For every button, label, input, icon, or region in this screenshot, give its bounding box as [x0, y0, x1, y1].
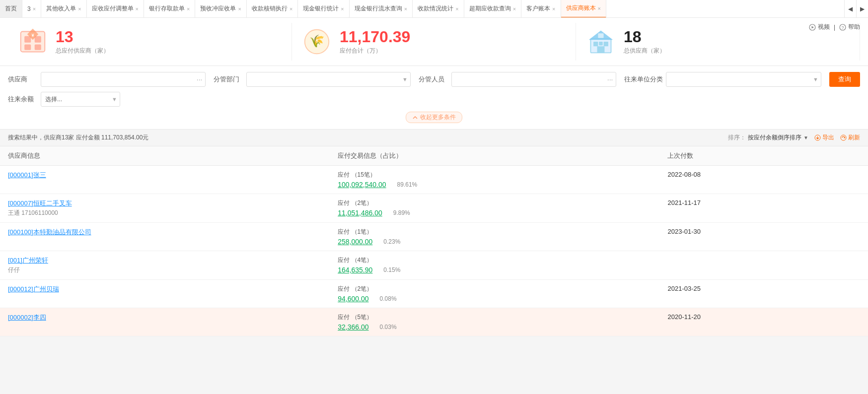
table-header-row: 供应商信息 应付交易信息（占比） 上次付数 [0, 146, 868, 166]
nav-prev-btn[interactable]: ◀ [844, 0, 856, 18]
table-row: [000002]李四应付 （5笔）32,366.000.03%2020-11-2… [0, 308, 868, 336]
tab-bank-deposit[interactable]: 银行存取款单 × [144, 0, 195, 18]
filter-category: 往来单位分类 ▼ [624, 72, 822, 87]
table-row: [000012]广州贝瑞应付 （2笔）94,600.000.08%2021-03… [0, 280, 868, 308]
collapse-bar: 收起更多条件 [8, 112, 860, 123]
supplier-link[interactable]: [000007]恒旺二手叉车 [8, 199, 72, 207]
svg-text:?: ? [841, 25, 844, 30]
tab-cash-bank-flow[interactable]: 现金银行流水查询 × [350, 0, 413, 18]
payable-amount-link[interactable]: 11,051,486.00 [338, 209, 382, 217]
card1-info: 13 总应付供应商（家） [56, 29, 109, 55]
tab-collection-stat-label: 收款情况统计 [418, 4, 453, 13]
nav-arrows: ◀ ▶ [844, 0, 868, 18]
tab-t3[interactable]: 3 × [22, 0, 41, 18]
tab-cash-bank-stat[interactable]: 现金银行统计 × [298, 0, 349, 18]
tab-collection-exec[interactable]: 收款核销执行 × [247, 0, 298, 18]
close-tab-advance-charge[interactable]: × [238, 6, 241, 12]
last-payment-date: 2021-03-25 [659, 280, 868, 308]
collapse-button[interactable]: 收起更多条件 [406, 112, 462, 123]
close-tab-cash-bank-flow[interactable]: × [404, 6, 407, 12]
tab-supplier-account[interactable]: 供应商账本 × [561, 0, 606, 18]
help-link[interactable]: ? 帮助 [839, 23, 860, 31]
supplier-link[interactable]: [000100]本特勤油品有限公司 [8, 228, 91, 236]
tab-customer-account[interactable]: 客户账本 × [521, 0, 561, 18]
supplier-link[interactable]: [000012]广州贝瑞 [8, 285, 59, 293]
close-tab-cash-bank-stat[interactable]: × [341, 6, 344, 12]
table-row: [001]广州荣轩仔仔应付 （4笔）164,635.900.15% [0, 251, 868, 280]
payable-amount-link[interactable]: 94,600.00 [338, 295, 368, 303]
table-row: [000007]恒旺二手叉车王通 17106110000应付 （2笔）11,05… [0, 194, 868, 223]
filter-balance-label: 往来余额 [8, 95, 38, 104]
filter-balance-wrap: 选择... ▼ [41, 92, 120, 107]
query-button[interactable]: 查询 [829, 72, 860, 87]
filter-category-wrap: ▼ [666, 72, 822, 87]
filter-category-select[interactable] [666, 72, 822, 87]
svg-rect-15 [598, 33, 603, 38]
close-tab-supplier-account[interactable]: × [598, 5, 601, 11]
tab-cash-bank-flow-label: 现金银行流水查询 [355, 4, 402, 13]
video-link[interactable]: 视频 [809, 23, 830, 31]
svg-marker-17 [811, 26, 814, 28]
close-tab-collection-stat[interactable]: × [455, 6, 458, 12]
sort-down-icon[interactable]: ▼ [803, 135, 808, 140]
close-tab-collection-exec[interactable]: × [289, 6, 292, 12]
tab-bank-deposit-label: 银行存取款单 [149, 4, 185, 13]
nav-next-btn[interactable]: ▶ [856, 0, 868, 18]
export-button[interactable]: 导出 [814, 133, 834, 142]
filter-dept-select[interactable] [246, 72, 411, 87]
refresh-button[interactable]: 刷新 [840, 133, 860, 142]
summary-card-payable-supplier: ¥ 13 总应付供应商（家） [8, 23, 292, 61]
card2-label: 应付合计（万） [340, 47, 410, 55]
close-tab-bank-deposit[interactable]: × [187, 6, 190, 12]
tab-other-income[interactable]: 其他收入单 × [41, 0, 86, 18]
result-bar: 搜索结果中，供应商13家 应付金额 111,703,854.00元 排序： 按应… [0, 130, 868, 146]
tab-collection-stat[interactable]: 收款情况统计 × [413, 0, 464, 18]
last-payment-date: 2022-08-08 [659, 166, 868, 194]
collapse-icon [412, 115, 418, 121]
close-tab-customer-account[interactable]: × [552, 6, 555, 12]
svg-rect-2 [35, 36, 41, 43]
filter-supplier-input[interactable] [41, 72, 206, 87]
payable-percentage: 9.89% [393, 209, 410, 216]
filter-row-2: 往来余额 选择... ▼ [8, 92, 860, 107]
filter-balance-select[interactable]: 选择... [41, 92, 120, 107]
filter-person-input[interactable] [451, 72, 616, 87]
last-payment-date [659, 251, 868, 280]
close-tab-other-income[interactable]: × [78, 6, 81, 12]
card2-number: 11,170.39 [340, 29, 410, 45]
sort-value[interactable]: 按应付余额倒序排序 [748, 133, 801, 142]
svg-rect-11 [599, 42, 602, 45]
person-dots-icon[interactable]: ··· [607, 75, 613, 83]
close-tab-overdue-query[interactable]: × [513, 6, 516, 12]
export-icon [814, 134, 821, 141]
filter-dept-wrap: ▼ [246, 72, 411, 87]
svg-rect-3 [24, 45, 31, 50]
tab-advance-charge[interactable]: 预收冲应收单 × [195, 0, 246, 18]
tab-home[interactable]: 首页 [0, 0, 22, 18]
payable-amount-link[interactable]: 258,000.00 [338, 238, 372, 246]
payable-percentage: 0.23% [383, 238, 400, 245]
card3-info: 18 总供应商（家） [624, 29, 665, 55]
filter-area: 供应商 ··· 分管部门 ▼ 分管人员 ··· [0, 66, 868, 130]
header-last-payment: 上次付数 [659, 146, 868, 166]
filter-supplier-wrap: ··· [41, 72, 206, 87]
filter-row-1: 供应商 ··· 分管部门 ▼ 分管人员 ··· [8, 72, 860, 87]
collapse-label: 收起更多条件 [420, 113, 456, 122]
filter-dept-label: 分管部门 [214, 75, 243, 84]
payable-amount-link[interactable]: 100,092,540.00 [338, 181, 386, 189]
filter-category-label: 往来单位分类 [624, 75, 663, 84]
supplier-link[interactable]: [000002]李四 [8, 314, 46, 321]
tab-overdue-query[interactable]: 超期应收款查询 × [464, 0, 521, 18]
tab-home-label: 首页 [5, 4, 17, 13]
svg-text:¥: ¥ [31, 33, 34, 38]
card2-info: 11,170.39 应付合计（万） [340, 29, 410, 55]
supplier-link[interactable]: [000001]张三 [8, 171, 46, 179]
tab-payable-adjust[interactable]: 应收应付调整单 × [87, 0, 144, 18]
supplier-link[interactable]: [001]广州荣轩 [8, 257, 48, 264]
close-tab-payable-adjust[interactable]: × [136, 6, 139, 12]
close-tab-t3[interactable]: × [33, 6, 36, 12]
payable-amount-link[interactable]: 32,366.00 [338, 323, 368, 331]
supplier-sub-info: 仔仔 [8, 266, 322, 274]
payable-amount-link[interactable]: 164,635.90 [338, 266, 372, 274]
supplier-dots-icon[interactable]: ··· [197, 75, 203, 83]
